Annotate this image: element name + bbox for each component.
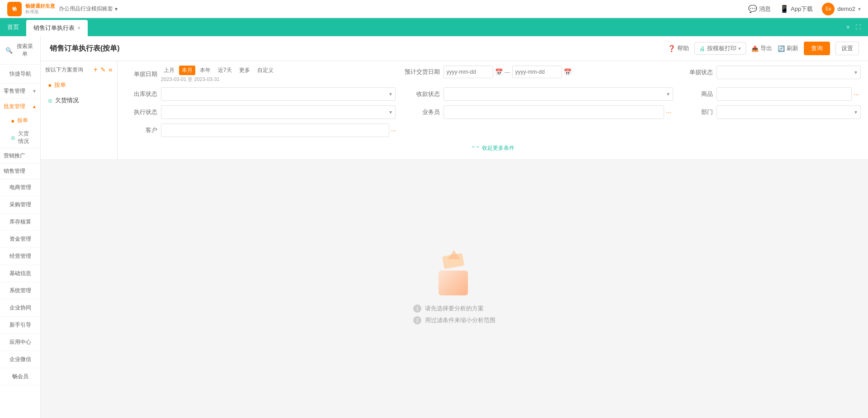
app-logo: 畅 — [7, 2, 22, 16]
sidebar-item-member[interactable]: 畅会员 — [0, 368, 40, 385]
out-status-input[interactable] — [161, 87, 396, 101]
date-tab-more[interactable]: 更多 — [236, 66, 253, 75]
sidebar-item-operations[interactable]: 经营管理 — [0, 248, 40, 265]
collect-status-col: 收款状态 ▾ — [403, 87, 674, 101]
expected-date-col: 预计交货日期 📅 — 📅 — [403, 66, 674, 78]
app-name: 畅捷通好生意 — [25, 3, 55, 9]
goods-select-wrap: ··· — [717, 87, 861, 101]
date-tab-custom[interactable]: 自定义 — [255, 66, 276, 75]
salesman-select-wrap: ··· — [443, 105, 674, 119]
export-button[interactable]: 📤 导出 — [751, 44, 772, 52]
sidebar-subitem-order[interactable]: ● 按单 — [0, 114, 40, 127]
tab-sales-order[interactable]: 销售订单执行表 × — [26, 20, 88, 36]
empty-box-arrow — [448, 250, 460, 259]
sidebar-item-marketing[interactable]: 营销推广 — [0, 148, 40, 163]
salesman-input[interactable] — [443, 105, 665, 119]
top-bar-right: 💬 消息 📱 App下载 Ea demo2 ▾ — [748, 3, 861, 15]
collapse-scheme-icon[interactable]: « — [108, 66, 113, 74]
scheme-panel: 按以下方案查询 + ✎ « ● 按单 ◎ 欠货情况 — [41, 61, 118, 159]
scheme-item-debt[interactable]: ◎ 欠货情况 — [41, 93, 117, 108]
sidebar-group-retail: 零售管理 ▼ — [0, 84, 40, 99]
calendar-icon-start[interactable]: 📅 — [495, 68, 503, 76]
help-button[interactable]: ❓ 帮助 — [668, 44, 689, 52]
empty-icon — [432, 250, 477, 295]
settings-button[interactable]: 设置 — [835, 42, 859, 55]
quick-nav-button[interactable]: 快捷导航 — [0, 67, 40, 81]
maximize-window-icon[interactable]: ⛶ — [855, 24, 861, 30]
sidebar-item-appstore[interactable]: 应用中心 — [0, 334, 40, 351]
filter-panel: 单据日期 上月 本月 本年 近7天 更多 自定义 20 — [118, 61, 868, 159]
empty-state: 1 请先选择要分析的方案 2 用过滤条件来缩小分析范围 — [41, 160, 868, 418]
expected-date-start[interactable] — [443, 66, 493, 78]
search-button[interactable]: 查询 — [804, 42, 830, 55]
avatar: Ea — [822, 3, 835, 15]
close-window-icon[interactable]: × — [846, 24, 850, 31]
exec-status-input[interactable] — [161, 105, 396, 119]
top-bar-left: 畅 畅捷通好生意 标准版 办公用品行业模拟账套 ▾ — [7, 2, 118, 16]
step-num-2: 2 — [413, 316, 421, 324]
customer-dots-icon[interactable]: ··· — [389, 127, 398, 134]
tab-close-icon[interactable]: × — [77, 25, 80, 31]
app-download-button[interactable]: 📱 App下载 — [780, 5, 813, 13]
exec-status-label: 执行状态 — [125, 108, 161, 116]
refresh-button[interactable]: 🔄 刷新 — [778, 44, 798, 52]
empty-box-body — [439, 271, 468, 295]
collapse-button[interactable]: ⌃⌃ 收起更多条件 — [471, 144, 514, 152]
content-main: 销售订单执行表(按单) ❓ 帮助 🖨 按模板打印 ▾ 📤 导出 — [41, 36, 868, 418]
sidebar-item-wholesale[interactable]: 批发管理 ▲ — [0, 99, 40, 114]
sidebar-item-basic[interactable]: 基础信息 — [0, 265, 40, 282]
user-menu[interactable]: Ea demo2 ▾ — [822, 3, 861, 15]
sidebar-item-wechat[interactable]: 企业微信 — [0, 351, 40, 368]
goods-label: 商品 — [680, 90, 717, 98]
empty-steps-list: 1 请先选择要分析的方案 2 用过滤条件来缩小分析范围 — [413, 304, 495, 328]
scheme-panel-actions: + ✎ « — [94, 66, 113, 74]
sidebar-item-system[interactable]: 系统管理 — [0, 282, 40, 299]
customer-label: 客户 — [125, 126, 161, 134]
exec-status-col: 执行状态 ▾ — [125, 105, 396, 119]
date-tab-last-month[interactable]: 上月 — [161, 66, 177, 75]
add-scheme-icon[interactable]: + — [94, 66, 98, 74]
dept-input[interactable] — [717, 105, 861, 119]
calendar-icon-end[interactable]: 📅 — [564, 68, 571, 76]
sidebar-item-inventory[interactable]: 库存核算 — [0, 214, 40, 231]
expected-date-end[interactable] — [512, 66, 562, 78]
salesman-dots-icon[interactable]: ··· — [664, 109, 673, 116]
account-dropdown[interactable]: 办公用品行业模拟账套 ▾ — [59, 5, 118, 13]
filter-row-3: 执行状态 ▾ 业务员 ··· — [125, 105, 861, 119]
date-filter-col: 单据日期 上月 本月 本年 近7天 更多 自定义 20 — [125, 66, 396, 83]
print-button[interactable]: 🖨 按模板打印 ▾ — [694, 42, 746, 55]
status-input[interactable] — [717, 66, 861, 79]
page-title: 销售订单执行表(按单) — [50, 44, 120, 53]
status-select-wrap: ▾ — [717, 66, 861, 79]
sidebar-item-enterprise[interactable]: 企业协同 — [0, 299, 40, 317]
salesman-label: 业务员 — [403, 108, 443, 116]
date-tab-this-month[interactable]: 本月 — [179, 66, 195, 75]
search-menu-button[interactable]: 🔍 搜索菜单 — [4, 40, 37, 61]
sidebar-quick-nav: 快捷导航 — [0, 65, 40, 84]
tab-home[interactable]: 首页 — [0, 18, 26, 36]
goods-dots-icon[interactable]: ··· — [852, 90, 861, 98]
sidebar-item-ecommerce[interactable]: 电商管理 — [0, 179, 40, 196]
collect-status-input[interactable] — [443, 87, 674, 101]
message-button[interactable]: 💬 消息 — [748, 5, 771, 13]
sidebar: 🔍 搜索菜单 快捷导航 零售管理 ▼ 批发管理 ▲ — [0, 36, 41, 418]
goods-input[interactable] — [717, 87, 852, 101]
top-bar: 畅 畅捷通好生意 标准版 办公用品行业模拟账套 ▾ 💬 消息 📱 App下载 — [0, 0, 868, 18]
scheme-item-order[interactable]: ● 按单 — [41, 77, 117, 93]
date-tab-last7[interactable]: 近7天 — [215, 66, 235, 75]
expected-date-inputs: 📅 — 📅 — [443, 66, 674, 78]
sidebar-item-newbie[interactable]: 新手引导 — [0, 317, 40, 334]
exec-status-select-wrap: ▾ — [161, 105, 396, 119]
sidebar-item-retail[interactable]: 零售管理 ▼ — [0, 84, 40, 99]
window-controls: × ⛶ — [846, 24, 868, 31]
sidebar-item-purchase[interactable]: 采购管理 — [0, 196, 40, 214]
sidebar-item-sales[interactable]: 销售管理 — [0, 164, 40, 179]
customer-input[interactable] — [161, 124, 389, 137]
date-tab-this-year[interactable]: 本年 — [197, 66, 213, 75]
out-status-label: 出库状态 — [125, 90, 161, 98]
sidebar-item-finance[interactable]: 资金管理 — [0, 231, 40, 248]
sidebar-group-wholesale: 批发管理 ▲ ● 按单 ◎ 欠货情况 — [0, 99, 40, 148]
edit-scheme-icon[interactable]: ✎ — [100, 66, 106, 73]
sidebar-subitem-debt[interactable]: ◎ 欠货情况 — [0, 127, 40, 148]
main-area: 🔍 搜索菜单 快捷导航 零售管理 ▼ 批发管理 ▲ — [0, 36, 868, 418]
